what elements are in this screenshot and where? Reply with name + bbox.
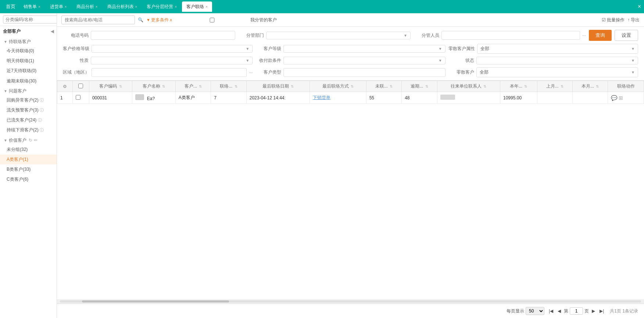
col-this-month[interactable]: 本月... ⇅ <box>572 81 608 92</box>
col-name[interactable]: 客户名称 ⇅ <box>132 81 175 92</box>
sidebar-item-repurchase-abnormal[interactable]: 回购异常客户(2) ⓘ <box>0 95 57 105</box>
close-analysis-list-tab[interactable]: × <box>135 5 137 9</box>
price-level-select[interactable]: ▼ <box>92 45 253 53</box>
query-button[interactable]: 查询 <box>589 30 612 41</box>
sidebar-collapse-icon[interactable]: ◀ <box>51 29 54 34</box>
sort-name-icon: ⇅ <box>162 84 165 88</box>
region-dots[interactable]: ··· <box>249 70 253 75</box>
nav-tab-analysis[interactable]: 商品分析 × <box>72 1 102 12</box>
scrollbar-track <box>60 300 641 303</box>
manager-dots[interactable]: ··· <box>582 33 586 38</box>
sort-code-icon: ⇅ <box>119 84 122 88</box>
col-last-method[interactable]: 最后联络方式 ⇅ <box>310 81 366 92</box>
filter-search-icon[interactable]: 🔍 <box>138 17 143 22</box>
nav-tab-customer-contact[interactable]: 客户联络 × <box>182 1 212 12</box>
per-page-select[interactable]: 50 20 100 <box>526 307 544 315</box>
dept-select[interactable]: ▼ <box>266 32 411 39</box>
col-contact-person[interactable]: 往来单位联系人 ⇅ <box>437 81 500 92</box>
retail-attr-select[interactable]: 全部 ▼ <box>477 44 638 54</box>
message-action-icon[interactable]: 💬 <box>611 95 617 101</box>
nature-select[interactable]: ▼ <box>91 57 253 64</box>
last-method-link[interactable]: 下销货单 <box>313 95 330 100</box>
col-overdue[interactable]: 逾期... ⇅ <box>402 81 437 92</box>
col-code[interactable]: 客户编码 ⇅ <box>89 81 132 92</box>
sidebar-item-class-b[interactable]: B类客户(33) <box>0 165 57 174</box>
close-customer-contact-tab[interactable]: × <box>205 5 208 9</box>
cell-contact-person <box>437 92 500 104</box>
close-analysis-tab[interactable]: × <box>96 5 98 9</box>
manager-input[interactable] <box>441 31 580 40</box>
col-action: 联络动作 <box>608 81 644 92</box>
nav-tab-customer-mgmt[interactable]: 客户分层经营 × <box>142 1 181 12</box>
prev-page-button[interactable]: ◀ <box>556 308 562 314</box>
phone-input[interactable] <box>91 31 235 40</box>
batch-op-button[interactable]: ☑ 批量操作 <box>602 17 625 23</box>
sidebar-item-today[interactable]: 今天待联络(0) <box>0 46 57 56</box>
sidebar-search-input[interactable] <box>3 15 57 24</box>
sidebar-group-problem[interactable]: ▼ 问题客户 <box>0 86 57 95</box>
close-sales-tab[interactable]: × <box>38 5 40 9</box>
cell-overdue: 48 <box>402 92 437 104</box>
status-arrow: ▼ <box>631 59 635 63</box>
col-contact[interactable]: 联络... ⇅ <box>211 81 246 92</box>
price-level-arrow: ▼ <box>246 47 249 51</box>
region-input[interactable] <box>92 68 247 77</box>
nav-tab-sales[interactable]: 销售单 × <box>19 1 45 12</box>
horizontal-scrollbar[interactable] <box>57 299 644 304</box>
nav-tab-purchase[interactable]: 进货单 × <box>46 1 71 12</box>
edit-icon[interactable]: ✏ <box>34 138 37 143</box>
my-customers-check[interactable] <box>175 18 249 22</box>
more-filters-button[interactable]: ▼ 更多条件 ∧ <box>146 17 172 23</box>
last-page-button[interactable]: ▶| <box>598 308 605 314</box>
first-page-button[interactable]: |◀ <box>547 308 555 314</box>
search-input[interactable] <box>61 15 135 24</box>
cell-last-date: 2023-04-12 14:44: <box>246 92 310 104</box>
scrollbar-thumb[interactable] <box>82 300 229 303</box>
customer-level-select[interactable]: ▼ <box>283 45 445 53</box>
sidebar-item-7days[interactable]: 近7天待联络(0) <box>0 66 57 76</box>
col-gear[interactable]: ⚙ <box>57 81 73 92</box>
close-purchase-tab[interactable]: × <box>65 5 67 9</box>
settings-icon[interactable]: ⚙ <box>63 84 67 89</box>
sidebar-item-overdue[interactable]: 逾期未联络(30) <box>0 76 57 86</box>
nav-home[interactable]: 首页 <box>3 3 18 10</box>
col-uncontact[interactable]: 未联... ⇅ <box>366 81 401 92</box>
sidebar-item-class-c[interactable]: C类客户(6) <box>0 174 57 184</box>
page-number-input[interactable] <box>570 307 583 315</box>
sidebar-item-unclassified[interactable]: 未分组(32) <box>0 145 57 155</box>
col-level[interactable]: 客户... ⇅ <box>175 81 211 92</box>
payment-select[interactable]: ▼ <box>283 57 445 64</box>
export-button[interactable]: ↑ 导出 <box>627 17 640 23</box>
cell-uncontact: 55 <box>366 92 401 104</box>
window-close-button[interactable]: × <box>638 3 641 10</box>
sidebar-item-churn-warning[interactable]: 流失预警客户(3) ⓘ <box>0 105 57 115</box>
col-last-date[interactable]: 最后联络日期 ⇅ <box>246 81 310 92</box>
dept-arrow-icon: ▼ <box>404 33 407 38</box>
refresh-icon[interactable]: ↻ <box>29 138 32 143</box>
col-this-year[interactable]: 本年... ⇅ <box>500 81 537 92</box>
setting-button[interactable]: 设置 <box>615 30 638 41</box>
filter-row-1: 电话号码 分管部门 ▼ 分管人员 ··· 查询 设置 <box>63 30 638 41</box>
retail-attr-arrow: ▼ <box>631 47 635 51</box>
cell-last-method[interactable]: 下销货单 <box>310 92 366 104</box>
retail-customer-select[interactable]: 全部 ▼ <box>476 67 638 77</box>
sidebar-item-class-a[interactable]: A类客户(1) <box>0 155 57 165</box>
my-customers-checkbox[interactable]: 我分管的客户 <box>175 17 277 23</box>
sidebar-group-value[interactable]: ▼ 价值客户 ↻ ✏ <box>0 135 57 145</box>
cell-index: 1 <box>57 92 73 104</box>
sidebar-item-tomorrow[interactable]: 明天待联络(1) <box>0 56 57 66</box>
customer-type-input[interactable] <box>283 68 445 77</box>
sidebar-item-churned[interactable]: 已流失客户(24) ⓘ <box>0 115 57 125</box>
next-page-button[interactable]: ▶ <box>590 308 597 314</box>
select-all-checkbox[interactable] <box>78 84 83 88</box>
close-customer-mgmt-tab[interactable]: × <box>175 5 177 9</box>
sidebar-item-declining[interactable]: 持续下滑客户(2) ⓘ <box>0 125 57 135</box>
nav-tab-analysis-list[interactable]: 商品分析列表 × <box>103 1 142 12</box>
sidebar-all-customers-header[interactable]: 全部客户 ◀ <box>0 26 57 37</box>
grid-action-icon[interactable]: ⊞ <box>619 95 623 101</box>
row-checkbox[interactable] <box>76 95 80 100</box>
cell-checkbox[interactable] <box>72 92 89 104</box>
sidebar-group-pending[interactable]: ▼ 待联络客户 <box>0 37 57 46</box>
status-select[interactable]: ▼ <box>476 57 638 64</box>
col-last-month[interactable]: 上月... ⇅ <box>537 81 572 92</box>
